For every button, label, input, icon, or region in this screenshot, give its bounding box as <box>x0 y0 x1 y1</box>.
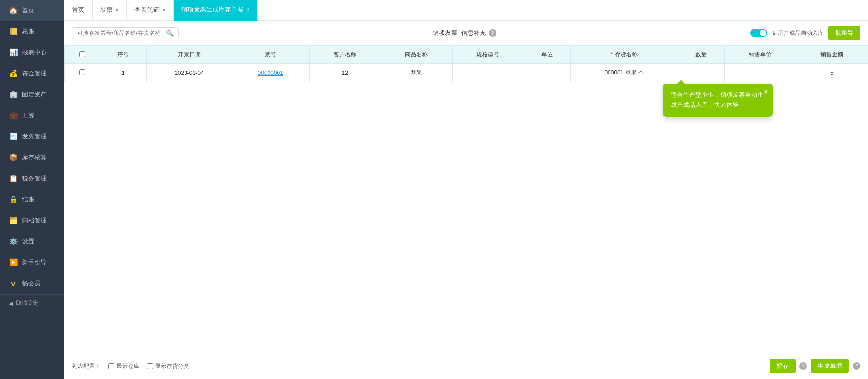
tab-cancel-invoice-close[interactable]: × <box>246 6 249 13</box>
sidebar-item-guide[interactable]: ▶️ 新手引导 <box>0 252 64 273</box>
row-quantity <box>678 64 725 82</box>
save-help-icon[interactable]: ? <box>799 362 807 370</box>
help-icon[interactable]: ? <box>489 29 496 37</box>
sidebar-item-label: 设置 <box>22 237 34 246</box>
payroll-icon: 💼 <box>9 111 18 120</box>
fund-icon: 💰 <box>9 69 18 78</box>
sidebar-item-label: 归档管理 <box>22 216 47 225</box>
col-product: 商品名称 <box>381 46 452 64</box>
search-box[interactable]: 🔍 <box>72 27 179 39</box>
invoice-number-link[interactable]: 00000001 <box>258 70 283 76</box>
report-icon: 📊 <box>9 48 18 57</box>
sidebar-item-close[interactable]: 🔒 结账 <box>0 189 64 210</box>
search-input[interactable] <box>77 30 163 36</box>
row-date: 2023-03-04 <box>146 64 232 82</box>
generate-button[interactable]: 生成单据 <box>811 359 849 373</box>
guide-icon: ▶️ <box>9 258 18 267</box>
tab-cancel-invoice-label: 销项发票生成库存单据 <box>181 5 243 14</box>
col-amount: 销售金额 <box>796 46 868 64</box>
sidebar-item-settings[interactable]: ⚙️ 设置 <box>0 231 64 252</box>
tab-home[interactable]: 首页 <box>64 0 93 21</box>
sidebar-item-payroll[interactable]: 💼 工资 <box>0 105 64 126</box>
col-date: 开票日期 <box>146 46 232 64</box>
list-config-label: 列表配置： <box>72 362 101 370</box>
row-inventory: 000001 苹果 个 <box>570 64 678 82</box>
batch-button[interactable]: 批量导 <box>828 26 860 40</box>
toolbar-center: 销项发票_信息补充 ? <box>433 29 496 37</box>
sidebar-item-fund[interactable]: 💰 资金管理 <box>0 63 64 84</box>
show-warehouse-label[interactable]: 显示仓库 <box>108 362 139 370</box>
auto-warehouse-toggle[interactable] <box>750 29 767 37</box>
sidebar-item-archive[interactable]: 🗂️ 归档管理 <box>0 210 64 231</box>
sidebar-item-inventory[interactable]: 📦 库存核算 <box>0 147 64 168</box>
pin-button[interactable]: ◀ 取消固定 <box>0 294 64 312</box>
row-seq: 1 <box>100 64 146 82</box>
row-checkbox[interactable] <box>79 69 85 75</box>
table-header-row: 序号 开票日期 票号 客户名称 商品名称 规格型号 单位 * 存货名称 数量 销… <box>65 46 868 64</box>
col-unit-price: 销售单价 <box>724 46 796 64</box>
table-body: 1 2023-03-04 00000001 12 苹果 000001 苹果 个 … <box>65 64 868 82</box>
sidebar-item-ledger[interactable]: 📒 总账 <box>0 21 64 42</box>
toggle-label: 启用产成品自动入库 <box>772 29 824 37</box>
sidebar-item-label: 总账 <box>22 27 34 36</box>
sidebar-item-label: 新手引导 <box>22 258 47 267</box>
table-container: 序号 开票日期 票号 客户名称 商品名称 规格型号 单位 * 存货名称 数量 销… <box>64 45 868 353</box>
sidebar-item-vip[interactable]: V 畅会员 <box>0 273 64 294</box>
tab-voucher-close[interactable]: × <box>162 7 165 13</box>
sidebar: 🏠 首页 📒 总账 📊 报表中心 💰 资金管理 🏢 固定资产 💼 工资 🧾 发票… <box>0 0 64 379</box>
show-warehouse-checkbox[interactable] <box>108 363 114 369</box>
col-quantity: 数量 <box>678 46 725 64</box>
tooltip-close-button[interactable]: × <box>764 86 768 97</box>
sidebar-item-label: 报表中心 <box>22 48 47 57</box>
col-unit: 单位 <box>524 46 570 64</box>
show-category-checkbox[interactable] <box>147 363 153 369</box>
tab-home-label: 首页 <box>72 6 84 14</box>
bottom-bar: 列表配置： 显示仓库 显示存货分类 暂存 ? 生成单据 ? <box>64 353 868 379</box>
show-category-label[interactable]: 显示存货分类 <box>147 362 189 370</box>
sidebar-item-report[interactable]: 📊 报表中心 <box>0 42 64 63</box>
col-seq: 序号 <box>100 46 146 64</box>
sidebar-item-label: 工资 <box>22 111 34 120</box>
sidebar-item-asset[interactable]: 🏢 固定资产 <box>0 84 64 105</box>
sidebar-item-invoice[interactable]: 🧾 发票管理 <box>0 126 64 147</box>
settings-icon: ⚙️ <box>9 237 18 246</box>
sidebar-item-home[interactable]: 🏠 首页 <box>0 0 64 21</box>
sidebar-item-label: 发票管理 <box>22 132 47 141</box>
ledger-icon: 📒 <box>9 27 18 36</box>
tab-voucher[interactable]: 查看凭证 × <box>127 0 174 21</box>
table-row: 1 2023-03-04 00000001 12 苹果 000001 苹果 个 … <box>65 64 868 82</box>
sidebar-item-label: 首页 <box>22 6 34 15</box>
tab-invoice-close[interactable]: × <box>115 7 119 13</box>
pin-label: 取消固定 <box>16 299 39 307</box>
row-unit-price <box>724 64 796 82</box>
list-config: 列表配置： 显示仓库 显示存货分类 <box>72 362 189 370</box>
asset-icon: 🏢 <box>9 90 18 99</box>
tab-invoice-label: 发票 <box>100 6 113 14</box>
toolbar-title: 销项发票_信息补充 <box>433 29 486 37</box>
main-area: 首页 发票 × 查看凭证 × 销项发票生成库存单据 × 🔍 销项发票_信息补充 <box>64 0 868 379</box>
bottom-actions: 暂存 ? 生成单据 ? <box>770 359 860 373</box>
tax-icon: 📋 <box>9 174 18 183</box>
tab-voucher-label: 查看凭证 <box>134 6 159 14</box>
row-checkbox-cell <box>65 64 100 82</box>
col-customer: 客户名称 <box>309 46 381 64</box>
sidebar-item-label: 畅会员 <box>22 279 41 288</box>
sidebar-item-label: 税务管理 <box>22 174 47 183</box>
row-number: 00000001 <box>232 64 309 82</box>
select-all-checkbox[interactable] <box>79 51 85 57</box>
archive-icon: 🗂️ <box>9 216 18 225</box>
generate-help-icon[interactable]: ? <box>853 362 860 370</box>
row-amount: 5 <box>796 64 868 82</box>
col-checkbox <box>65 46 100 64</box>
row-product: 苹果 <box>381 64 452 82</box>
tab-invoice[interactable]: 发票 × <box>93 0 127 21</box>
sidebar-item-tax[interactable]: 📋 税务管理 <box>0 168 64 189</box>
tab-cancel-invoice[interactable]: 销项发票生成库存单据 × <box>174 0 258 21</box>
sidebar-item-label: 结账 <box>22 195 34 204</box>
save-button[interactable]: 暂存 <box>770 359 796 373</box>
close-account-icon: 🔒 <box>9 195 18 204</box>
tab-bar: 首页 发票 × 查看凭证 × 销项发票生成库存单据 × <box>64 0 868 21</box>
toolbar-right: 启用产成品自动入库 批量导 <box>750 26 860 40</box>
tooltip-popup: × 适合生产型企业，销项发票自动生成产成品入库，快来体验～ <box>663 84 773 117</box>
content-area: 🔍 销项发票_信息补充 ? 启用产成品自动入库 批量导 <box>64 21 868 379</box>
